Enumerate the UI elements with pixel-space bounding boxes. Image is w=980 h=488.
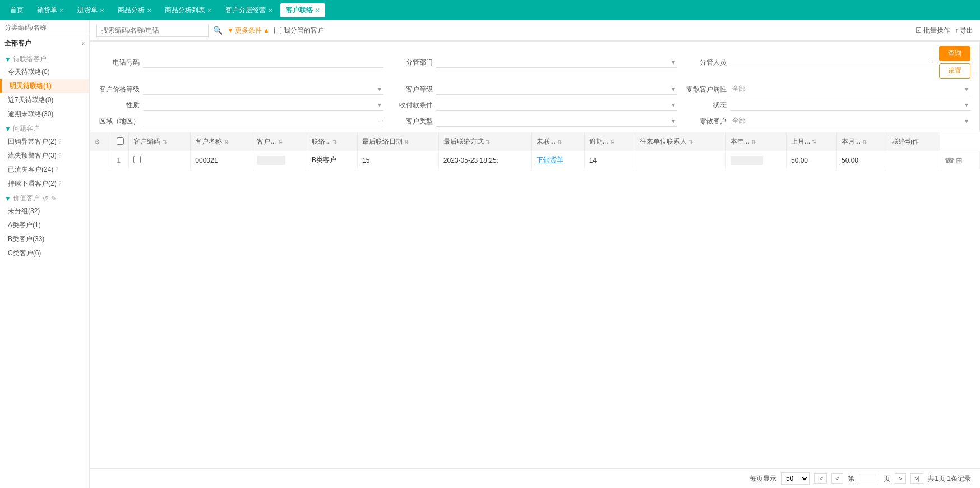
retail-attr-select[interactable]: 全部 ▾: [730, 83, 970, 95]
sidebar-item-a-class[interactable]: A类客户(1): [0, 218, 89, 232]
per-page-select[interactable]: 50 100 200: [781, 472, 810, 485]
cell-num: 1: [112, 151, 129, 169]
payment-label: 收付款条件: [392, 100, 433, 110]
col-last-month[interactable]: 上月... ⇅: [787, 132, 837, 151]
customer-type-select[interactable]: ▾: [436, 116, 677, 127]
customer-type-label: 客户类型: [392, 117, 433, 126]
call-action-icon[interactable]: ☎: [945, 156, 954, 165]
col-code[interactable]: 客户编码 ⇅: [129, 132, 191, 151]
col-name[interactable]: 客户名称 ⇅: [191, 132, 252, 151]
filter-status-row: 状态 ▾: [686, 100, 970, 111]
customer-grade-arrow: ▾: [672, 85, 675, 93]
nav-home[interactable]: 首页: [4, 3, 29, 17]
edit-value-icon[interactable]: ✎: [51, 195, 57, 202]
close-product-analysis-icon[interactable]: ✕: [147, 7, 151, 13]
value-grade-label: 客户价格等级: [99, 85, 140, 94]
page-label: 第: [848, 474, 854, 484]
col-uncontact[interactable]: 未联... ⇅: [531, 132, 584, 151]
filter-payment-row: 收付款条件 ▾: [392, 100, 677, 111]
col-this-month[interactable]: 本月... ⇅: [836, 132, 887, 151]
retail-customer-label: 零散客户: [686, 117, 727, 126]
sidebar-item-tomorrow-pending[interactable]: 明天待联络(1): [0, 79, 89, 93]
refresh-value-icon[interactable]: ↺: [43, 195, 48, 202]
sidebar-all-customers[interactable]: 全部客户 «: [0, 35, 89, 52]
customer-grade-select[interactable]: ▾: [436, 84, 677, 95]
batch-operation-btn[interactable]: ☑ 批量操作: [916, 26, 950, 35]
query-button[interactable]: 查询: [939, 46, 970, 61]
sidebar-item-churned[interactable]: 已流失客户(24) ?: [0, 163, 89, 177]
top-navigation: 首页 销货单 ✕ 进货单 ✕ 商品分析 ✕ 商品分析列表 ✕ 客户分层经营 ✕ …: [0, 0, 980, 20]
sort-contact-person-icon: ⇅: [688, 139, 693, 145]
nav-sales-order[interactable]: 销货单 ✕: [31, 3, 70, 17]
settings-icon[interactable]: ⚙: [94, 138, 100, 146]
more-action-icon[interactable]: ⊞: [956, 156, 963, 165]
col-settings[interactable]: ⚙: [90, 132, 112, 151]
sort-last-month-icon: ⇅: [812, 139, 816, 145]
nav-product-analysis-list[interactable]: 商品分析列表 ✕: [159, 3, 218, 17]
sort-uncontact-icon: ⇅: [557, 139, 562, 145]
value-grade-select[interactable]: ▾: [143, 84, 383, 95]
sort-last-method-icon: ⇅: [486, 139, 490, 145]
status-select[interactable]: ▾: [730, 100, 970, 111]
last-page-btn[interactable]: >|: [910, 473, 923, 484]
nav-product-analysis[interactable]: 商品分析 ✕: [112, 3, 157, 17]
col-this-year[interactable]: 本年... ⇅: [725, 132, 786, 151]
sort-last-date-icon: ⇅: [404, 139, 409, 145]
sidebar-search-area: 🔍: [0, 20, 89, 35]
gender-select[interactable]: ▾: [143, 100, 383, 111]
sidebar-pending-group-label: ▼ 待联络客户: [0, 52, 89, 65]
sidebar-item-repurchase-abnormal[interactable]: 回购异常客户(2) ?: [0, 135, 89, 149]
col-category[interactable]: 客户... ⇅: [252, 132, 307, 151]
col-last-date[interactable]: 最后联络日期 ⇅: [358, 132, 439, 151]
filter-retail-customer-row: 零散客户 全部 ▾: [686, 115, 970, 127]
my-customer-checkbox[interactable]: 我分管的客户: [274, 26, 324, 35]
first-page-btn[interactable]: |<: [814, 473, 827, 484]
close-purchase-order-icon[interactable]: ✕: [100, 7, 104, 13]
sort-overdue-icon: ⇅: [610, 139, 614, 145]
more-conditions-btn[interactable]: ▼ 更多条件 ▲: [227, 26, 270, 35]
sidebar-problem-group-label: ▼ 问题客户: [0, 121, 89, 135]
sidebar-item-overdue-pending[interactable]: 逾期未联络(30): [0, 107, 89, 121]
col-contact-count[interactable]: 联络... ⇅: [307, 132, 358, 151]
next-page-btn[interactable]: >: [895, 473, 906, 484]
sidebar-item-ungrouped[interactable]: 未分组(32): [0, 204, 89, 218]
my-customer-check[interactable]: [274, 27, 281, 34]
col-contact-person[interactable]: 往来单位联系人 ⇅: [635, 132, 725, 151]
sidebar-item-b-class[interactable]: B类客户(33): [0, 232, 89, 246]
status-arrow: ▾: [965, 101, 968, 109]
col-last-method[interactable]: 最后联络方式 ⇅: [438, 132, 531, 151]
cell-last-date: 2023-05-23 18:25:: [438, 151, 531, 169]
setting-button[interactable]: 设置: [939, 63, 970, 79]
sidebar-search-input[interactable]: [4, 24, 89, 31]
prev-page-btn[interactable]: <: [831, 473, 843, 484]
nav-customer-contact[interactable]: 客户联络 ✕: [280, 3, 325, 17]
sidebar-item-today-pending[interactable]: 今天待联络(0): [0, 65, 89, 79]
cell-name: Ea: [252, 151, 307, 169]
select-all-checkbox[interactable]: [117, 137, 124, 145]
close-product-analysis-list-icon[interactable]: ✕: [207, 7, 212, 13]
search-button[interactable]: 🔍: [213, 26, 223, 35]
sidebar-item-7days-pending[interactable]: 近7天待联络(0): [0, 93, 89, 107]
close-customer-contact-icon[interactable]: ✕: [315, 7, 320, 13]
total-info: 共1页 1条记录: [928, 474, 971, 484]
payment-select[interactable]: ▾: [436, 100, 677, 111]
phone-input[interactable]: [143, 57, 383, 68]
customer-grade-label: 客户等级: [392, 85, 433, 94]
export-btn[interactable]: ↑ 导出: [955, 26, 973, 35]
cell-last-method: 下销货单: [531, 151, 584, 169]
nav-customer-stratification[interactable]: 客户分层经营 ✕: [220, 3, 278, 17]
sidebar-item-churn-warning[interactable]: 流失预警客户(3) ?: [0, 149, 89, 163]
cell-overdue: [635, 151, 725, 169]
sidebar-item-c-class[interactable]: C类客户(6): [0, 246, 89, 260]
close-sales-order-icon[interactable]: ✕: [59, 7, 64, 13]
retail-customer-select[interactable]: 全部 ▾: [730, 115, 970, 127]
col-overdue[interactable]: 逾期... ⇅: [584, 132, 635, 151]
search-input[interactable]: [96, 24, 209, 37]
sidebar-item-declining[interactable]: 持续下滑客户(2) ?: [0, 177, 89, 191]
dept-select[interactable]: ▾: [436, 57, 677, 68]
nav-purchase-order[interactable]: 进货单 ✕: [72, 3, 110, 17]
close-customer-stratification-icon[interactable]: ✕: [268, 7, 272, 13]
page-input[interactable]: 1: [859, 473, 879, 484]
dept-select-arrow: ▾: [672, 58, 675, 66]
row-checkbox[interactable]: [133, 156, 141, 163]
